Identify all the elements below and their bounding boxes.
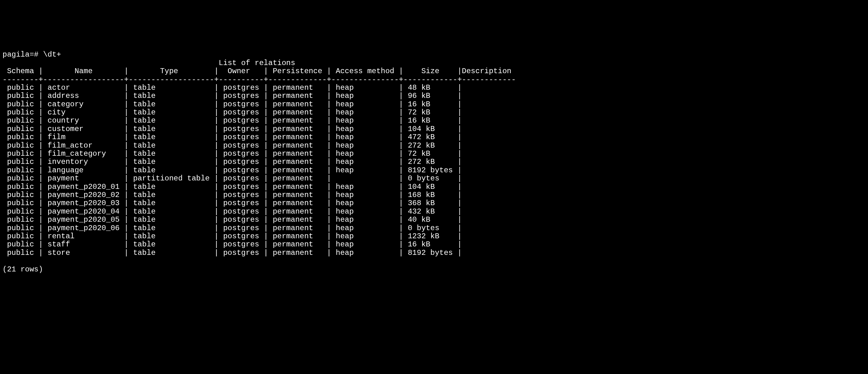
separator-line: --------+------------------+------------…	[2, 75, 516, 84]
table-row: public | payment_p2020_01 | table | post…	[2, 183, 516, 191]
table-row: public | payment_p2020_03 | table | post…	[2, 199, 516, 207]
table-row: public | rental | table | postgres | per…	[2, 232, 516, 241]
psql-terminal[interactable]: pagila=# \dt+ List of relations Schema |…	[0, 41, 868, 275]
table-row: public | customer | table | postgres | p…	[2, 125, 516, 133]
row-count: (21 rows)	[2, 265, 43, 274]
table-row: public | store | table | postgres | perm…	[2, 249, 516, 257]
psql-command: \dt+	[43, 50, 61, 59]
table-row: public | payment | partitioned table | p…	[2, 174, 516, 183]
table-row: public | country | table | postgres | pe…	[2, 116, 516, 125]
psql-prompt: pagila=#	[2, 50, 43, 59]
table-row: public | category | table | postgres | p…	[2, 100, 516, 108]
prompt-line[interactable]: pagila=# \dt+	[2, 50, 61, 59]
table-row: public | address | table | postgres | pe…	[2, 92, 516, 100]
table-row: public | film_category | table | postgre…	[2, 150, 516, 158]
table-row: public | payment_p2020_04 | table | post…	[2, 207, 516, 216]
title-line: List of relations	[2, 59, 516, 67]
table-row: public | payment_p2020_02 | table | post…	[2, 191, 516, 199]
table-row: public | staff | table | postgres | perm…	[2, 240, 516, 249]
table-body: public | actor | table | postgres | perm…	[2, 84, 866, 257]
table-row: public | language | table | postgres | p…	[2, 166, 516, 175]
table-row: public | inventory | table | postgres | …	[2, 158, 516, 166]
header-line: Schema | Name | Type | Owner | Persisten…	[2, 67, 516, 75]
table-row: public | film_actor | table | postgres |…	[2, 141, 516, 150]
table-row: public | film | table | postgres | perma…	[2, 133, 516, 141]
table-row: public | payment_p2020_05 | table | post…	[2, 215, 516, 224]
table-row: public | actor | table | postgres | perm…	[2, 84, 516, 92]
table-row: public | city | table | postgres | perma…	[2, 108, 516, 117]
table-row: public | payment_p2020_06 | table | post…	[2, 224, 516, 232]
